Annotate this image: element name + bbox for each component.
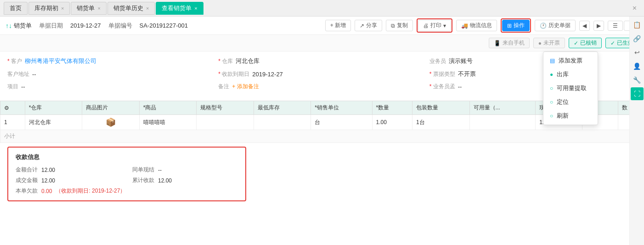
next-button[interactable]: ▶ xyxy=(593,21,604,31)
tab-sales-history-close[interactable]: × xyxy=(146,6,149,11)
col-pack-qty: 包装数量 xyxy=(412,101,470,115)
balance-row: 本单欠款 0.00 （收款到期日: 2019-12-27） xyxy=(16,187,238,195)
ticket-type-value: 不开票 xyxy=(458,70,476,78)
gear-icon: ⚙ xyxy=(4,105,9,111)
available-qty-label: 可用量提取 xyxy=(557,84,587,92)
logistics-icon: 🚚 xyxy=(461,23,468,29)
warehouse-value: 河北仓库 xyxy=(236,57,260,65)
doc-meta: 单据日期 2019-12-27 单据编号 SA-20191227-001 xyxy=(39,22,188,30)
operations-dropdown: ▤ 添加发票 ● 出库 ○ 可用量提取 ○ 定位 ○ 刷新 xyxy=(543,51,598,125)
staff2-label: 业务员孟 xyxy=(429,83,455,91)
list-view-button[interactable]: ☰ xyxy=(608,21,623,31)
form-row-3: 项目 -- 备注 + 添加备注 业务员孟 -- xyxy=(7,83,637,91)
tab-inventory-init-label: 库存期初 xyxy=(34,4,58,12)
project-label: 项目 xyxy=(7,83,18,91)
row-no: 1 xyxy=(0,115,25,130)
tab-inventory-init-close[interactable]: × xyxy=(61,6,64,11)
sidebar-undo-btn[interactable]: ↩ xyxy=(631,46,644,59)
form-row-2: 客户地址 -- 收款到期日 2019-12-27 票据类型 不开票 xyxy=(7,70,637,78)
summary-grid: 金额合计 12.00 同单现结 -- 成交金额 12.00 累计收款 12.00 xyxy=(16,166,238,195)
print-icon: 🖨 xyxy=(423,23,429,29)
available-qty-icon: ○ xyxy=(550,85,553,91)
sidebar-settings-btn[interactable]: 🔧 xyxy=(631,74,644,86)
history-button[interactable]: 🕐 历史单据 xyxy=(535,20,576,31)
add-invoice-icon: ▤ xyxy=(550,57,555,64)
prev-button[interactable]: ◀ xyxy=(579,21,590,31)
staff-group: 业务员 演示账号 xyxy=(429,57,637,65)
tab-view-sales-close[interactable]: × xyxy=(194,6,197,11)
not-open-ticket-button[interactable]: ● 未开票 xyxy=(533,38,565,48)
new-button[interactable]: + 新增 xyxy=(325,20,351,31)
toolbar-row: 📱 来自手机 ● 未开票 ✓ 已核销 ✓ 已生效 xyxy=(0,35,644,51)
from-phone-label: 来自手机 xyxy=(503,39,525,47)
tab-sales-order-close[interactable]: × xyxy=(97,6,100,11)
staff2-value: -- xyxy=(458,83,462,90)
refresh-item[interactable]: ○ 刷新 xyxy=(543,109,598,123)
ticket-type-label: 票据类型 xyxy=(429,70,455,78)
col-qty: *数量 xyxy=(372,101,412,115)
summary-box: 收款信息 金额合计 12.00 同单现结 -- 成交金额 12.00 累计收款 … xyxy=(7,147,246,201)
tab-inventory-init[interactable]: 库存期初 × xyxy=(28,2,70,15)
customer-value[interactable]: 柳州粤港平安气体有限公司 xyxy=(25,57,96,65)
operations-label: 操作 xyxy=(514,22,525,29)
warehouse-out-label: 出库 xyxy=(557,70,569,79)
date-label: 单据日期 xyxy=(39,22,63,30)
add-note-button[interactable]: + 添加备注 xyxy=(232,83,259,91)
copy-icon: ⧉ xyxy=(391,23,395,29)
confirm-button[interactable]: ✓ 已核销 xyxy=(569,38,602,48)
sidebar-link-btn[interactable]: 🔗 xyxy=(631,32,644,45)
confirm-icon: ✓ xyxy=(574,40,578,46)
window-close-button[interactable]: × xyxy=(629,4,640,12)
form-row-1: 客户 柳州粤港平安气体有限公司 仓库 河北仓库 业务员 演示账号 xyxy=(7,57,637,65)
logistics-button[interactable]: 🚚 物流信息 xyxy=(456,20,497,31)
col-warehouse: *仓库 xyxy=(25,101,82,115)
tab-home[interactable]: 首页 xyxy=(4,2,28,15)
doc-icon: ↑↓ xyxy=(6,22,12,29)
row-pack-qty: 1台 xyxy=(412,115,470,130)
tab-sales-order-label: 销货单 xyxy=(77,4,95,12)
ticket-type-group: 票据类型 不开票 xyxy=(429,70,637,78)
col-gear[interactable]: ⚙ xyxy=(0,101,25,115)
subtotal-label: 小计 xyxy=(0,130,644,143)
tab-view-sales[interactable]: 查看销货单 × xyxy=(156,2,203,15)
transaction-amount-label: 成交金额 xyxy=(16,177,38,184)
project-group: 项目 -- xyxy=(7,83,215,91)
right-sidebar: 📋 🔗 ↩ 👤 🔧 ⛶ xyxy=(629,17,644,245)
row-min-stock xyxy=(254,115,311,130)
warehouse-out-item[interactable]: ● 出库 xyxy=(543,68,598,81)
no-value: SA-20191227-001 xyxy=(140,22,188,29)
operations-button[interactable]: ⊞ 操作 xyxy=(502,20,530,31)
locate-item[interactable]: ○ 定位 xyxy=(543,95,598,109)
customer-group: 客户 柳州粤港平安气体有限公司 xyxy=(7,57,215,65)
transaction-amount-row: 成交金额 12.00 xyxy=(16,177,121,184)
cumulative-receipt-label: 累计收款 xyxy=(132,177,154,184)
available-qty-item[interactable]: ○ 可用量提取 xyxy=(543,81,598,95)
history-icon: 🕐 xyxy=(540,23,547,29)
refresh-icon: ○ xyxy=(550,113,553,119)
col-spec: 规格型号 xyxy=(197,101,254,115)
payment-date-label: 收款到期日 xyxy=(218,70,249,78)
confirm-label: 已核销 xyxy=(580,39,597,47)
tab-sales-history[interactable]: 销货单历史 × xyxy=(107,2,155,15)
address-value: -- xyxy=(32,71,36,78)
same-order-label: 同单现结 xyxy=(132,166,154,174)
sidebar-print-btn[interactable]: 📋 xyxy=(631,18,644,31)
sidebar-user-btn[interactable]: 👤 xyxy=(631,60,644,73)
cumulative-receipt-row: 累计收款 12.00 xyxy=(132,177,238,184)
doc-actions: + 新增 ↗ 分享 ⧉ 复制 🖨 打印 ▾ 🚚 xyxy=(325,18,638,33)
tab-sales-order[interactable]: 销货单 × xyxy=(71,2,106,15)
operations-icon: ⊞ xyxy=(507,23,512,29)
sidebar-expand-btn[interactable]: ⛶ xyxy=(631,87,644,100)
print-button[interactable]: 🖨 打印 ▾ xyxy=(418,20,451,31)
share-button[interactable]: ↗ 分享 xyxy=(355,20,382,31)
amount-total-value: 12.00 xyxy=(41,167,55,173)
add-invoice-item[interactable]: ▤ 添加发票 xyxy=(543,54,598,68)
address-label: 客户地址 xyxy=(7,70,29,78)
print-label: 打印 xyxy=(430,22,441,29)
from-phone-button[interactable]: 📱 来自手机 xyxy=(489,38,530,48)
cumulative-receipt-value: 12.00 xyxy=(158,177,172,184)
refresh-label: 刷新 xyxy=(557,112,569,120)
share-icon: ↗ xyxy=(360,23,364,29)
copy-button[interactable]: ⧉ 复制 xyxy=(386,20,413,31)
staff-value: 演示账号 xyxy=(449,57,473,65)
